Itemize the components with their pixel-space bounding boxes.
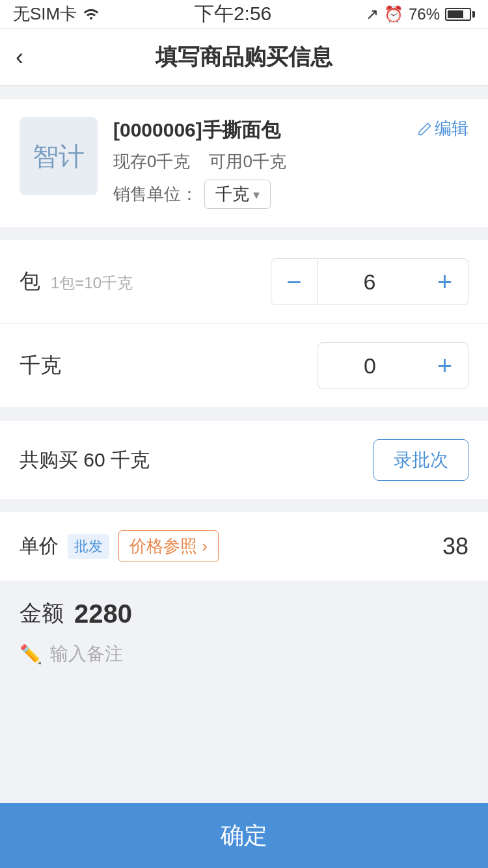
product-image: 智计: [20, 117, 98, 195]
quantity-section: 包 1包=10千克 − + 千克 +: [0, 240, 488, 408]
amount-label: 金额: [20, 599, 64, 629]
alarm-icon: ⏰: [384, 5, 403, 23]
status-left: 无SIM卡: [13, 3, 100, 25]
status-right: ↗ ⏰ 76%: [366, 5, 475, 23]
price-ref-button[interactable]: 价格参照 ›: [118, 530, 219, 562]
remark-placeholder: 输入备注: [50, 642, 123, 666]
back-button[interactable]: ‹: [16, 44, 23, 71]
chevron-down-icon: ▾: [253, 187, 260, 202]
price-section: 单价 批发 价格参照 › 38: [0, 512, 488, 580]
nav-bar: ‹ 填写商品购买信息: [0, 29, 488, 86]
price-row: 单价 批发 价格参照 › 38: [20, 530, 468, 562]
battery-icon: [445, 8, 475, 21]
total-text: 共购买 60 千克: [20, 447, 150, 474]
quantity-input-kg[interactable]: [318, 342, 422, 389]
page-title: 填写商品购买信息: [156, 42, 332, 72]
unit-select[interactable]: 千克 ▾: [204, 180, 271, 209]
pencil-icon: ✏️: [20, 644, 42, 665]
price-tag: 批发: [68, 534, 109, 559]
product-logo: 智计: [33, 139, 85, 174]
quantity-plus-kg[interactable]: +: [422, 342, 468, 389]
quantity-minus-bao[interactable]: −: [271, 258, 318, 305]
quantity-label-kg: 千克: [20, 351, 61, 380]
price-left: 单价 批发 价格参照 ›: [20, 530, 219, 562]
quantity-label-bao: 包 1包=10千克: [20, 267, 133, 296]
batch-button[interactable]: 录批次: [373, 439, 468, 481]
amount-row: 金额 2280: [20, 599, 468, 629]
status-time: 下午2:56: [195, 1, 271, 27]
location-icon: ↗: [366, 5, 379, 23]
quantity-controls-bao: − +: [271, 258, 468, 305]
quantity-input-bao[interactable]: [318, 258, 422, 305]
amount-section: 金额 2280 ✏️ 输入备注: [0, 580, 488, 679]
product-card: 智计 [0000006]手撕面包 编辑 现存0千克 可用0千克 销售单位： 千克…: [0, 99, 488, 227]
carrier-text: 无SIM卡: [13, 3, 77, 25]
price-label: 单价: [20, 533, 59, 560]
product-unit-row: 销售单位： 千克 ▾: [113, 180, 468, 209]
quantity-row-bao: 包 1包=10千克 − +: [0, 240, 488, 324]
amount-value: 2280: [74, 599, 132, 629]
wifi-icon: [82, 4, 100, 24]
confirm-button[interactable]: 确定: [0, 803, 488, 868]
edit-button[interactable]: 编辑: [418, 117, 468, 140]
product-info: [0000006]手撕面包 编辑 现存0千克 可用0千克 销售单位： 千克 ▾: [113, 117, 468, 209]
remark-row[interactable]: ✏️ 输入备注: [20, 642, 468, 666]
price-value: 38: [442, 533, 468, 560]
quantity-plus-bao[interactable]: +: [422, 258, 468, 305]
product-name-row: [0000006]手撕面包 编辑: [113, 117, 468, 144]
status-bar: 无SIM卡 下午2:56 ↗ ⏰ 76%: [0, 0, 488, 29]
battery-percent: 76%: [409, 5, 440, 23]
quantity-hint-bao: 1包=10千克: [51, 273, 133, 293]
quantity-controls-kg: +: [318, 342, 468, 389]
product-stock: 现存0千克 可用0千克: [113, 150, 468, 173]
total-row: 共购买 60 千克 录批次: [0, 421, 488, 499]
product-name: [0000006]手撕面包: [113, 117, 418, 144]
quantity-row-kg: 千克 +: [0, 324, 488, 408]
